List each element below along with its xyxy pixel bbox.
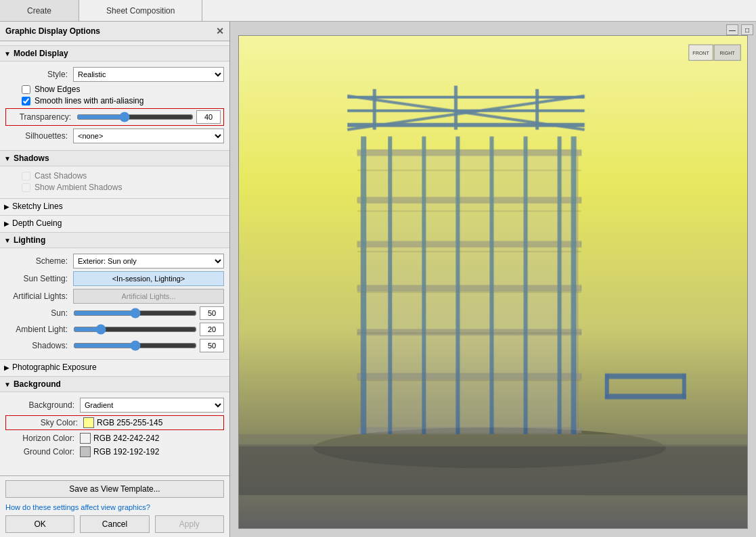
svg-rect-15 bbox=[422, 137, 426, 435]
horizon-color-swatch bbox=[80, 433, 91, 444]
ambient-light-row: Ambient Light: 20 bbox=[5, 323, 224, 336]
style-label: Style: bbox=[5, 70, 73, 79]
transparency-row: Transparency: 40 bbox=[5, 108, 224, 126]
sun-slider-container: 50 bbox=[73, 306, 224, 320]
apply-button[interactable]: Apply bbox=[155, 515, 224, 533]
building-svg bbox=[239, 36, 747, 528]
cast-shadows-label: Cast Shadows bbox=[35, 171, 87, 181]
svg-rect-40 bbox=[239, 434, 747, 446]
sky-color-row: Sky Color: RGB 255-255-145 bbox=[5, 415, 224, 430]
smooth-lines-row: Smooth lines with anti-aliasing bbox=[22, 96, 224, 106]
ambient-shadows-row: Show Ambient Shadows bbox=[22, 183, 224, 192]
sky-color-swatch bbox=[83, 417, 94, 428]
svg-rect-14 bbox=[388, 137, 392, 435]
sun-setting-row: Sun Setting: <In-session, Lighting> bbox=[5, 271, 224, 286]
smooth-lines-checkbox[interactable] bbox=[22, 97, 30, 106]
horizon-color-value[interactable]: RGB 242-242-242 bbox=[80, 433, 224, 444]
section-shadows[interactable]: Shadows bbox=[0, 150, 229, 166]
save-view-template-button[interactable]: Save as View Template... bbox=[5, 480, 224, 498]
photo-exposure-label: Photographic Exposure bbox=[12, 363, 97, 372]
svg-rect-18 bbox=[524, 137, 528, 435]
show-edges-label: Show Edges bbox=[35, 85, 80, 94]
ambient-slider-container: 20 bbox=[73, 323, 224, 336]
horizon-color-row: Horizon Color: RGB 242-242-242 bbox=[5, 433, 224, 444]
ground-color-swatch bbox=[80, 446, 91, 457]
svg-rect-31 bbox=[605, 373, 609, 399]
graphic-display-dialog: Graphic Display Options ✕ Model Display … bbox=[0, 22, 230, 537]
show-edges-checkbox[interactable] bbox=[22, 85, 30, 94]
shadows-value: 50 bbox=[200, 339, 224, 352]
maximize-button[interactable]: □ bbox=[741, 24, 753, 35]
background-select[interactable]: Gradient Sky Image None bbox=[80, 398, 224, 413]
svg-rect-23 bbox=[347, 96, 584, 99]
model-display-arrow bbox=[4, 50, 11, 57]
sun-setting-button[interactable]: <In-session, Lighting> bbox=[73, 271, 224, 286]
ambient-value: 20 bbox=[200, 323, 224, 336]
svg-rect-19 bbox=[558, 137, 562, 435]
section-model-display[interactable]: Model Display bbox=[0, 45, 229, 62]
viewport-controls: — □ bbox=[726, 24, 753, 35]
sky-color-text: RGB 255-255-145 bbox=[97, 418, 162, 427]
ambient-shadows-checkbox[interactable] bbox=[22, 183, 30, 192]
artificial-lights-button[interactable]: Artificial Lights... bbox=[73, 289, 224, 304]
background-label: Background bbox=[14, 379, 61, 389]
close-icon[interactable]: ✕ bbox=[216, 26, 224, 37]
cast-shadows-checkbox[interactable] bbox=[22, 172, 30, 181]
shadows-slider[interactable] bbox=[73, 340, 197, 351]
minimize-button[interactable]: — bbox=[726, 24, 738, 35]
shadows-body: Cast Shadows Show Ambient Shadows bbox=[0, 166, 229, 197]
lighting-body: Scheme: Exterior: Sun only Exterior: Sun… bbox=[0, 248, 229, 358]
artificial-lights-row: Artificial Lights: Artificial Lights... bbox=[5, 289, 224, 304]
depth-arrow: ▶ bbox=[4, 220, 9, 227]
tab-sheet-composition[interactable]: Sheet Composition bbox=[79, 0, 202, 21]
viewport[interactable]: — □ FRONT RIGHT bbox=[230, 22, 756, 537]
shadows-slider-container: 50 bbox=[73, 339, 224, 352]
model-display-label: Model Display bbox=[14, 49, 68, 58]
transparency-slider[interactable] bbox=[76, 112, 194, 122]
svg-rect-29 bbox=[605, 373, 686, 379]
style-select[interactable]: Realistic Shaded Hidden Line Wireframe bbox=[73, 67, 224, 82]
scheme-row: Scheme: Exterior: Sun only Exterior: Sun… bbox=[5, 254, 224, 268]
background-body: Background: Gradient Sky Image None Sky … bbox=[0, 392, 229, 463]
svg-rect-13 bbox=[361, 137, 366, 435]
ok-button[interactable]: OK bbox=[5, 515, 74, 533]
svg-rect-30 bbox=[605, 394, 686, 399]
photo-arrow: ▶ bbox=[4, 364, 9, 371]
ambient-light-label: Ambient Light: bbox=[5, 325, 73, 334]
help-link[interactable]: How do these settings affect view graphi… bbox=[5, 503, 224, 511]
svg-rect-16 bbox=[455, 137, 460, 435]
silhouettes-select[interactable]: <none> bbox=[73, 129, 224, 143]
style-row: Style: Realistic Shaded Hidden Line Wire… bbox=[5, 67, 224, 82]
section-background[interactable]: Background bbox=[0, 376, 229, 392]
ground-color-text: RGB 192-192-192 bbox=[93, 447, 159, 457]
ground-color-label: Ground Color: bbox=[5, 447, 80, 457]
svg-rect-17 bbox=[489, 137, 493, 435]
action-buttons: OK Cancel Apply bbox=[5, 515, 224, 533]
svg-rect-20 bbox=[571, 137, 577, 435]
sun-value: 50 bbox=[200, 306, 224, 320]
tab-create[interactable]: Create bbox=[0, 0, 79, 21]
scheme-label: Scheme: bbox=[5, 256, 73, 266]
section-depth-cueing[interactable]: ▶ Depth Cueing bbox=[0, 215, 229, 231]
shadows-label: Shadows bbox=[14, 154, 49, 163]
shadows-slider-label: Shadows: bbox=[5, 341, 73, 350]
dialog-title: Graphic Display Options bbox=[5, 26, 100, 36]
background-type-row: Background: Gradient Sky Image None bbox=[5, 398, 224, 413]
scheme-select[interactable]: Exterior: Sun only Exterior: Sun and Art… bbox=[73, 254, 224, 268]
dialog-titlebar: Graphic Display Options ✕ bbox=[0, 22, 229, 41]
ambient-shadows-label: Show Ambient Shadows bbox=[35, 183, 122, 192]
sky-color-value[interactable]: RGB 255-255-145 bbox=[83, 417, 221, 428]
depth-cueing-label: Depth Cueing bbox=[12, 218, 62, 228]
ambient-slider[interactable] bbox=[73, 324, 197, 335]
show-edges-row: Show Edges bbox=[22, 85, 224, 94]
model-display-body: Style: Realistic Shaded Hidden Line Wire… bbox=[0, 62, 229, 149]
sun-row: Sun: 50 bbox=[5, 306, 224, 320]
background-type-label: Background: bbox=[5, 400, 80, 410]
ground-color-row: Ground Color: RGB 192-192-192 bbox=[5, 446, 224, 457]
ground-color-value[interactable]: RGB 192-192-192 bbox=[80, 446, 224, 457]
sun-slider[interactable] bbox=[73, 308, 197, 319]
cancel-button[interactable]: Cancel bbox=[80, 515, 149, 533]
section-lighting[interactable]: Lighting bbox=[0, 232, 229, 248]
section-sketchy-lines[interactable]: ▶ Sketchy Lines bbox=[0, 198, 229, 214]
section-photographic-exposure[interactable]: ▶ Photographic Exposure bbox=[0, 359, 229, 375]
